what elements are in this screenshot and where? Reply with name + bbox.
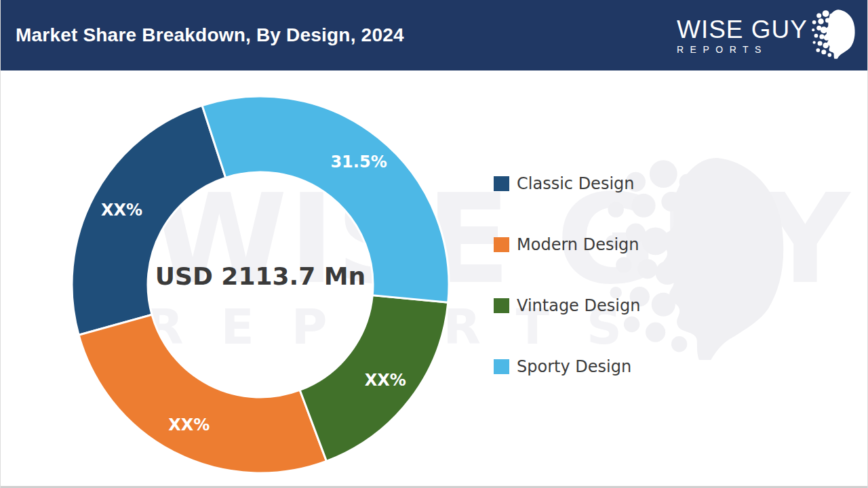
page-title: Market Share Breakdown, By Design, 2024 [16, 24, 404, 46]
wise-guy-logo: WISE GUY REPORTS [677, 9, 858, 62]
logo-subtitle: REPORTS [677, 45, 768, 54]
chart-legend: Classic DesignModern DesignVintage Desig… [494, 176, 640, 420]
legend-item-sporty-design: Sporty Design [494, 359, 640, 375]
legend-label-sporty-design: Sporty Design [517, 357, 631, 376]
logo-wordmark: WISE GUY [677, 17, 808, 42]
slice-label-modern-design: XX% [168, 415, 210, 434]
legend-label-classic-design: Classic Design [517, 174, 635, 193]
legend-item-classic-design: Classic Design [494, 176, 640, 192]
legend-swatch-vintage-design [494, 298, 509, 313]
legend-label-modern-design: Modern Design [517, 235, 639, 254]
slice-label-classic-design: XX% [101, 201, 142, 220]
market-share-infographic: Market Share Breakdown, By Design, 2024 … [0, 0, 868, 488]
slice-label-vintage-design: XX% [365, 371, 406, 390]
legend-label-vintage-design: Vintage Design [517, 296, 640, 315]
legend-swatch-modern-design [494, 237, 509, 252]
legend-swatch-classic-design [494, 176, 509, 191]
donut-slice-modern-design [79, 314, 326, 473]
legend-swatch-sporty-design [494, 359, 509, 374]
logo-text: WISE GUY REPORTS [677, 17, 808, 54]
legend-item-vintage-design: Vintage Design [494, 298, 640, 314]
logo-head-icon [809, 9, 858, 62]
chart-center-value: USD 2113.7 Mn [155, 262, 366, 290]
header: Market Share Breakdown, By Design, 2024 … [1, 0, 867, 70]
legend-item-modern-design: Modern Design [494, 237, 640, 253]
slice-label-sporty-design: 31.5% [330, 152, 387, 171]
donut-slice-classic-design [72, 106, 226, 336]
